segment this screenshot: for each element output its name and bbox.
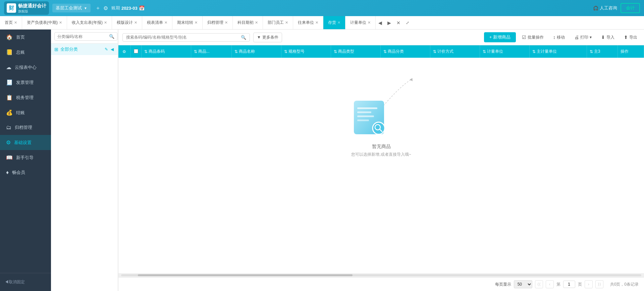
- tab-nav-left-icon[interactable]: ◀: [376, 16, 385, 29]
- product-search-icon[interactable]: 🔍: [241, 35, 246, 40]
- per-page-select[interactable]: 50 10 20 100: [514, 280, 532, 288]
- tab-dept-employee[interactable]: 部门员工 ✕: [263, 16, 293, 29]
- category-search-icon[interactable]: 🔍: [109, 34, 114, 39]
- product-search-input[interactable]: [126, 35, 239, 40]
- tab-label: 税表清单: [147, 20, 163, 26]
- tab-archive[interactable]: 归档管理 ✕: [203, 16, 233, 29]
- select-all-checkbox[interactable]: [134, 49, 138, 53]
- batch-icon: ☑: [522, 35, 526, 40]
- human-service-button[interactable]: 🎧 人工咨询: [593, 5, 617, 11]
- tab-inventory[interactable]: 存货 ✕: [323, 16, 345, 29]
- tab-tax-list[interactable]: 税表清单 ✕: [142, 16, 172, 29]
- import-button[interactable]: ⬇ 导入: [598, 33, 617, 42]
- th-main-unit-sort-icon[interactable]: ⇅: [532, 49, 536, 54]
- sidebar-item-ledger[interactable]: 📒 总账: [0, 45, 51, 60]
- first-page-button[interactable]: ⟨⟨: [535, 280, 543, 288]
- more-filter-button[interactable]: ▼ 更多条件: [253, 33, 282, 42]
- tab-template-design[interactable]: 模版设计 ✕: [112, 16, 142, 29]
- tab-close-icon[interactable]: ✕: [255, 20, 258, 25]
- th-code-sort-icon[interactable]: ⇅: [194, 49, 197, 54]
- th-barcode-sort-icon[interactable]: ⇅: [144, 49, 148, 54]
- tab-period-end[interactable]: 期末结转 ✕: [172, 16, 203, 29]
- sidebar-item-label: 云报表中心: [15, 64, 37, 70]
- tab-label: 期末结转: [177, 20, 193, 26]
- tab-close-icon[interactable]: ✕: [315, 20, 318, 25]
- last-page-button[interactable]: ⟩⟩: [595, 280, 603, 288]
- th-checkbox[interactable]: [130, 45, 141, 58]
- prev-page-button[interactable]: ‹: [546, 280, 554, 288]
- sidebar-item-basic-settings[interactable]: ⚙ 基础设置: [0, 135, 51, 150]
- sidebar-item-cloud-report[interactable]: ☁ 云报表中心: [0, 60, 51, 75]
- logo-area[interactable]: 财 畅捷通好会计 旗舰版: [4, 1, 49, 14]
- sidebar-item-label: 畅会员: [12, 169, 25, 176]
- tab-close-icon[interactable]: ✕: [134, 20, 137, 25]
- th-name-sort-icon[interactable]: ⇅: [234, 49, 238, 54]
- add-tab-icon[interactable]: ＋: [95, 5, 101, 12]
- product-search-bar[interactable]: 🔍: [122, 33, 250, 42]
- category-all[interactable]: ⊞ 全部分类 ✎ ◀: [51, 44, 118, 55]
- tab-close-icon[interactable]: ✕: [368, 20, 371, 25]
- tab-unit-measure[interactable]: 计量单位 ✕: [345, 16, 376, 29]
- sidebar-item-member[interactable]: ♦ 畅会员: [0, 165, 51, 180]
- th-type-sort-icon[interactable]: ⇅: [334, 49, 337, 54]
- sidebar-item-beginner-guide[interactable]: 📖 新手引导: [0, 150, 51, 165]
- batch-label: 批量操作: [528, 35, 544, 40]
- tab-close-icon[interactable]: ✕: [59, 20, 62, 25]
- print-button[interactable]: 🖨 打印 ▾: [572, 33, 594, 42]
- tab-close-icon[interactable]: ✕: [164, 20, 167, 25]
- new-product-button[interactable]: + 新增商品: [484, 32, 516, 42]
- calendar-icon[interactable]: 📅: [139, 5, 145, 11]
- tab-balance-sheet[interactable]: 资产负债表(中期) ✕: [22, 16, 67, 29]
- sidebar-item-label: 归档管理: [15, 125, 32, 131]
- sidebar-item-close-account[interactable]: 💰 结账: [0, 105, 51, 120]
- settings-icon[interactable]: ⚙: [103, 5, 108, 11]
- logo-icon: 财: [7, 3, 16, 13]
- category-collapse-icon[interactable]: ◀: [110, 46, 114, 52]
- member-icon: ♦: [6, 169, 9, 176]
- period-label: 账期: [111, 5, 120, 11]
- category-search-wrap[interactable]: 🔍: [54, 32, 117, 41]
- tab-close-icon[interactable]: ✕: [195, 20, 198, 25]
- tab-close-icon[interactable]: ✕: [225, 20, 228, 25]
- tab-close-icon[interactable]: ✕: [285, 20, 288, 25]
- tab-close-icon[interactable]: ✕: [337, 20, 340, 25]
- scrollbar-track[interactable]: [121, 274, 641, 276]
- category-edit-icon[interactable]: ✎: [104, 46, 109, 52]
- tab-close-icon[interactable]: ✕: [104, 20, 107, 25]
- sidebar-item-archive[interactable]: 🗂 归档管理: [0, 120, 51, 135]
- print-label: 打印: [580, 35, 588, 40]
- scrollbar-thumb[interactable]: [138, 274, 353, 276]
- th-settings[interactable]: ⚙: [118, 45, 130, 58]
- sidebar-item-label: 首页: [16, 34, 25, 40]
- sidebar-item-tax[interactable]: 📋 税务管理: [0, 90, 51, 105]
- sidebar-item-invoice[interactable]: 🧾 发票管理: [0, 75, 51, 90]
- tab-income-statement[interactable]: 收入支出表(年报) ✕: [67, 16, 112, 29]
- category-search-input[interactable]: [57, 34, 108, 39]
- account-button[interactable]: 会计: [621, 3, 640, 13]
- th-col3-sort-icon[interactable]: ⇅: [590, 49, 593, 54]
- export-button[interactable]: ⬆ 导出: [621, 33, 640, 42]
- page-input[interactable]: [563, 281, 575, 288]
- tab-subject-initial[interactable]: 科目期初 ✕: [233, 16, 263, 29]
- sidebar-item-label: 新手引导: [16, 155, 34, 161]
- th-price-sort-icon[interactable]: ⇅: [433, 49, 436, 54]
- ledger-icon: 📒: [6, 49, 13, 55]
- company-selector[interactable]: 基层工会测试 ▼: [52, 4, 91, 12]
- horizontal-scrollbar[interactable]: [118, 273, 644, 277]
- sidebar-item-home[interactable]: 🏠 首页: [0, 30, 51, 45]
- cancel-fixed-button[interactable]: ◀取消固定: [0, 277, 51, 288]
- batch-operation-button[interactable]: ☑ 批量操作: [519, 33, 546, 42]
- th-category-sort-icon[interactable]: ⇅: [383, 49, 387, 54]
- export-label: 导出: [629, 35, 637, 40]
- tab-close-icon[interactable]: ✕: [14, 20, 17, 25]
- tab-close-all-icon[interactable]: ✕: [394, 16, 403, 29]
- next-page-button[interactable]: ›: [585, 280, 593, 288]
- th-unit-sort-icon[interactable]: ⇅: [483, 49, 486, 54]
- tab-partner[interactable]: 往来单位 ✕: [293, 16, 323, 29]
- top-right-actions: 🎧 人工咨询 会计: [593, 3, 640, 13]
- th-spec-sort-icon[interactable]: ⇅: [284, 49, 287, 54]
- tab-expand-icon[interactable]: ⤢: [403, 16, 412, 29]
- tab-homepage[interactable]: 首页 ✕: [0, 16, 22, 29]
- tab-nav-right-icon[interactable]: ▶: [385, 16, 394, 29]
- move-button[interactable]: ↕ 移动: [550, 33, 568, 42]
